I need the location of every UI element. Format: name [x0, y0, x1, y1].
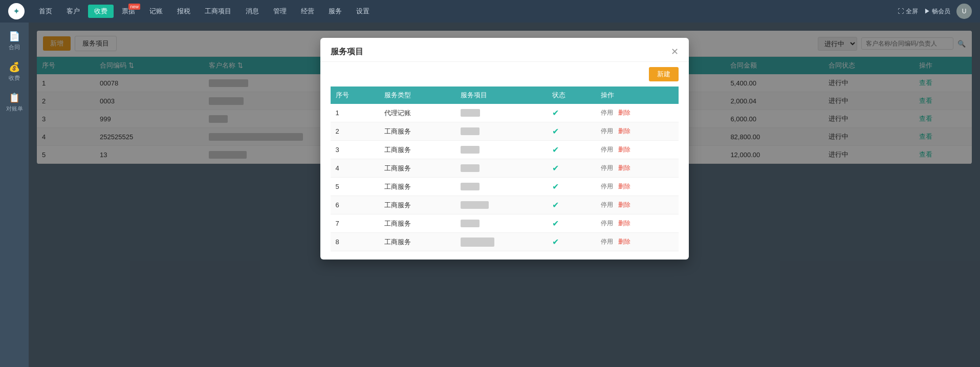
modal-cell-index: 7 — [331, 214, 379, 233]
avatar[interactable]: U — [956, 4, 972, 19]
modal-cell-item: ████ — [455, 178, 547, 196]
stop-button[interactable]: 停用 — [601, 127, 613, 136]
modal-cell-index: 3 — [331, 141, 379, 159]
delete-button[interactable]: 删除 — [618, 164, 630, 172]
modal-cell-type: 工商服务 — [379, 214, 455, 233]
stop-button[interactable]: 停用 — [601, 109, 613, 117]
delete-button[interactable]: 删除 — [618, 219, 630, 228]
modal-table-row: 7 工商服务 ████ ✔ 停用 删除 — [331, 214, 679, 233]
nav-customer[interactable]: 客户 — [60, 5, 86, 18]
nav-management[interactable]: 管理 — [267, 5, 293, 18]
modal-cell-index: 6 — [331, 196, 379, 214]
nav-operation[interactable]: 经营 — [295, 5, 320, 18]
fullscreen-btn[interactable]: ⛶ 全屏 — [898, 7, 918, 16]
modal-col-status: 状态 — [547, 87, 596, 104]
modal-cell-action[interactable]: 停用 删除 — [596, 233, 679, 251]
status-check-icon: ✔ — [552, 164, 559, 172]
service-table: 序号 服务类型 服务项目 状态 操作 1 代理记账 ███ 1 ✔ 停用 删除 — [331, 87, 679, 251]
contract-icon: 📄 — [9, 31, 20, 42]
sidebar-label-contract: 合同 — [9, 44, 20, 51]
stop-button[interactable]: 停用 — [601, 164, 613, 172]
delete-button[interactable]: 删除 — [618, 145, 630, 154]
stop-button[interactable]: 停用 — [601, 238, 613, 246]
nav-message[interactable]: 消息 — [239, 5, 265, 18]
modal-cell-status: ✔ — [547, 159, 596, 178]
modal-new-button[interactable]: 新建 — [649, 67, 679, 81]
status-check-icon: ✔ — [552, 182, 559, 191]
modal-table-row: 4 工商服务 ████ ✔ 停用 删除 — [331, 159, 679, 178]
modal-cell-item: ████ — [455, 159, 547, 178]
app-logo: ✦ — [8, 3, 25, 19]
modal-toolbar: 新建 — [320, 62, 689, 87]
delete-button[interactable]: 删除 — [618, 238, 630, 246]
nav-invoice[interactable]: 票据 new — [116, 5, 141, 18]
modal-cell-action[interactable]: 停用 删除 — [596, 178, 679, 196]
new-badge: new — [128, 4, 140, 10]
modal-cell-index: 4 — [331, 159, 379, 178]
status-check-icon: ✔ — [552, 127, 559, 136]
sidebar-item-reconcile[interactable]: 📋 对账单 — [1, 88, 28, 117]
delete-button[interactable]: 删除 — [618, 127, 630, 136]
modal-cell-type: 工商服务 — [379, 159, 455, 178]
modal-cell-action[interactable]: 停用 删除 — [596, 159, 679, 178]
reconcile-icon: 📋 — [9, 92, 20, 103]
service-modal: 服务项目 ✕ 新建 序号 服务类型 服务项目 状态 — [320, 38, 689, 260]
modal-cell-status: ✔ — [547, 104, 596, 122]
modal-body: 序号 服务类型 服务项目 状态 操作 1 代理记账 ███ 1 ✔ 停用 删除 — [320, 87, 689, 260]
modal-col-action: 操作 — [596, 87, 679, 104]
modal-cell-type: 工商服务 — [379, 196, 455, 214]
modal-cell-item: ████ 注册 — [455, 233, 547, 251]
nav-bookkeeping[interactable]: 记账 — [143, 5, 169, 18]
modal-cell-type: 代理记账 — [379, 104, 455, 122]
modal-cell-status: ✔ — [547, 141, 596, 159]
status-check-icon: ✔ — [552, 145, 559, 154]
sidebar: 📄 合同 💰 收费 📋 对账单 — [0, 23, 29, 367]
stop-button[interactable]: 停用 — [601, 219, 613, 228]
modal-cell-type: 工商服务 — [379, 141, 455, 159]
modal-cell-type: 工商服务 — [379, 233, 455, 251]
modal-cell-index: 5 — [331, 178, 379, 196]
modal-close-button[interactable]: ✕ — [671, 46, 679, 57]
delete-button[interactable]: 删除 — [618, 182, 630, 191]
modal-table-row: 2 工商服务 ████ ✔ 停用 删除 — [331, 122, 679, 141]
modal-cell-item: ████ — [455, 122, 547, 141]
nav-fee[interactable]: 收费 — [88, 5, 114, 18]
stop-button[interactable]: 停用 — [601, 201, 613, 209]
modal-cell-index: 8 — [331, 233, 379, 251]
stop-button[interactable]: 停用 — [601, 182, 613, 191]
main-content: 新增 服务项目 进行中 🔍 序号 合同编码 ⇅ 客户名称 ⇅ — [29, 23, 980, 367]
modal-cell-action[interactable]: 停用 删除 — [596, 104, 679, 122]
modal-table-row: 5 工商服务 ████ ✔ 停用 删除 — [331, 178, 679, 196]
nav-settings[interactable]: 设置 — [350, 5, 376, 18]
status-check-icon: ✔ — [552, 219, 559, 228]
delete-button[interactable]: 删除 — [618, 201, 630, 209]
modal-cell-action[interactable]: 停用 删除 — [596, 122, 679, 141]
nav-home[interactable]: 首页 — [33, 5, 58, 18]
nav-service[interactable]: 服务 — [322, 5, 348, 18]
modal-cell-status: ✔ — [547, 214, 596, 233]
modal-cell-item: ████ — [455, 214, 547, 233]
modal-col-type: 服务类型 — [379, 87, 455, 104]
modal-cell-index: 2 — [331, 122, 379, 141]
status-check-icon: ✔ — [552, 201, 559, 209]
nav-tax[interactable]: 报税 — [171, 5, 197, 18]
modal-col-index: 序号 — [331, 87, 379, 104]
modal-cell-item: ██████ — [455, 196, 547, 214]
modal-cell-action[interactable]: 停用 删除 — [596, 196, 679, 214]
nav-business[interactable]: 工商项目 — [199, 5, 237, 18]
vip-btn[interactable]: ▶ 畅会员 — [924, 7, 950, 16]
top-navigation: ✦ 首页 客户 收费 票据 new 记账 报税 工商项目 消息 管理 经营 服务… — [0, 0, 980, 23]
status-check-icon: ✔ — [552, 109, 559, 117]
modal-cell-action[interactable]: 停用 删除 — [596, 141, 679, 159]
modal-header: 服务项目 ✕ — [320, 38, 689, 62]
main-layout: 📄 合同 💰 收费 📋 对账单 新增 服务项目 进行中 🔍 — [0, 23, 980, 367]
status-check-icon: ✔ — [552, 238, 559, 246]
sidebar-item-contract[interactable]: 📄 合同 — [1, 27, 28, 55]
sidebar-item-fee[interactable]: 💰 收费 — [1, 57, 28, 86]
delete-button[interactable]: 删除 — [618, 109, 630, 117]
stop-button[interactable]: 停用 — [601, 145, 613, 154]
modal-cell-item: ████ — [455, 141, 547, 159]
modal-cell-item: ███ 1 — [455, 104, 547, 122]
modal-cell-action[interactable]: 停用 删除 — [596, 214, 679, 233]
modal-cell-type: 工商服务 — [379, 122, 455, 141]
